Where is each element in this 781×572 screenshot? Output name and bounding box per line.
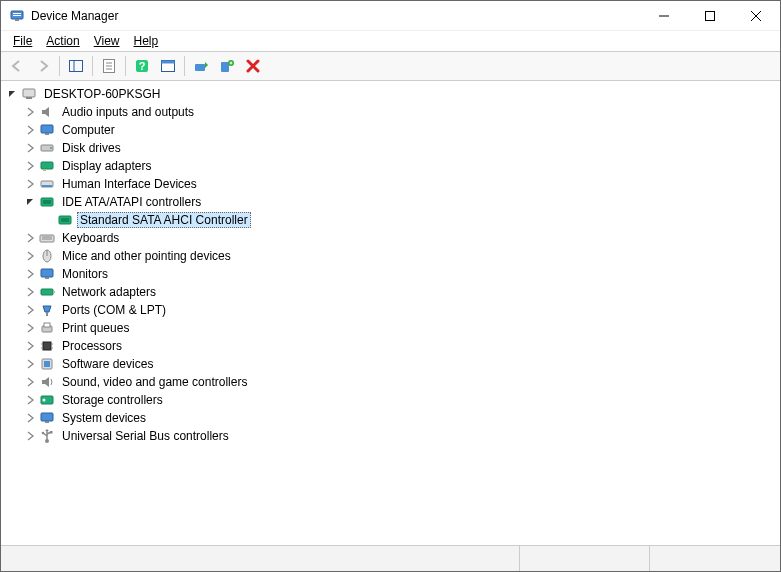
node-ide[interactable]: IDE ATA/ATAPI controllers (21, 193, 778, 211)
svg-rect-47 (43, 342, 51, 350)
expander-closed-icon[interactable] (23, 429, 37, 443)
uninstall-button[interactable] (215, 54, 239, 78)
node-storage[interactable]: Storage controllers (21, 391, 778, 409)
node-hid[interactable]: Human Interface Devices (21, 175, 778, 193)
svg-point-60 (42, 432, 45, 435)
back-button[interactable] (5, 54, 29, 78)
menubar: File Action View Help (1, 31, 780, 51)
display-adapter-icon (39, 158, 55, 174)
node-mice[interactable]: Mice and other pointing devices (21, 247, 778, 265)
maximize-button[interactable] (687, 2, 733, 30)
statusbar (1, 545, 780, 571)
node-sound[interactable]: Sound, video and game controllers (21, 373, 778, 391)
storage-controller-icon (39, 392, 55, 408)
svg-rect-56 (41, 413, 53, 421)
ports-icon (39, 302, 55, 318)
expander-closed-icon[interactable] (23, 321, 37, 335)
disable-button[interactable] (241, 54, 265, 78)
help-icon: ? (134, 58, 150, 74)
svg-rect-41 (45, 277, 49, 279)
menu-action[interactable]: Action (40, 33, 85, 49)
svg-rect-2 (13, 15, 21, 16)
app-icon (9, 8, 25, 24)
close-button[interactable] (733, 2, 779, 30)
expander-closed-icon[interactable] (23, 303, 37, 317)
expander-closed-icon[interactable] (23, 177, 37, 191)
svg-rect-23 (41, 125, 53, 133)
minimize-icon (659, 11, 669, 21)
node-display[interactable]: Display adapters (21, 157, 778, 175)
disk-icon (39, 140, 55, 156)
disable-icon (245, 58, 261, 74)
expander-closed-icon[interactable] (23, 393, 37, 407)
svg-rect-27 (41, 162, 53, 169)
node-sata-ahci[interactable]: Standard SATA AHCI Controller (39, 211, 778, 229)
expander-closed-icon[interactable] (23, 411, 37, 425)
node-processors[interactable]: Processors (21, 337, 778, 355)
expander-closed-icon[interactable] (23, 285, 37, 299)
node-monitors[interactable]: Monitors (21, 265, 778, 283)
node-print[interactable]: Print queues (21, 319, 778, 337)
expander-closed-icon[interactable] (23, 159, 37, 173)
root-node[interactable]: DESKTOP-60PKSGH (3, 85, 778, 103)
node-computer[interactable]: Computer (21, 121, 778, 139)
properties-button[interactable] (97, 54, 121, 78)
expander-open-icon[interactable] (23, 195, 37, 209)
printer-icon (39, 320, 55, 336)
forward-button[interactable] (31, 54, 55, 78)
node-keyboards[interactable]: Keyboards (21, 229, 778, 247)
device-manager-window: Device Manager File Action View Help (0, 0, 781, 572)
action-button[interactable] (156, 54, 180, 78)
toolbar-separator (92, 56, 93, 76)
toolbar: ? (1, 51, 780, 81)
node-audio[interactable]: Audio inputs and outputs (21, 103, 778, 121)
software-device-icon (39, 356, 55, 372)
show-hide-tree-button[interactable] (64, 54, 88, 78)
svg-rect-42 (41, 289, 53, 295)
expander-closed-icon[interactable] (23, 339, 37, 353)
root-label: DESKTOP-60PKSGH (41, 86, 163, 102)
expander-closed-icon[interactable] (23, 105, 37, 119)
uninstall-icon (219, 58, 235, 74)
node-system[interactable]: System devices (21, 409, 778, 427)
expander-open-icon[interactable] (5, 87, 19, 101)
tree-pane-icon (68, 58, 84, 74)
help-button[interactable]: ? (130, 54, 154, 78)
svg-rect-18 (195, 64, 205, 71)
expander-closed-icon[interactable] (23, 375, 37, 389)
window-controls (641, 2, 779, 30)
expander-closed-icon[interactable] (23, 249, 37, 263)
usb-icon (39, 428, 55, 444)
computer-icon (39, 122, 55, 138)
menu-help[interactable]: Help (128, 33, 165, 49)
svg-rect-8 (70, 61, 83, 72)
svg-rect-46 (44, 323, 50, 327)
svg-rect-19 (221, 62, 229, 72)
toolbar-separator (184, 56, 185, 76)
expander-closed-icon[interactable] (23, 123, 37, 137)
properties-icon (101, 58, 117, 74)
svg-rect-28 (43, 169, 46, 171)
menu-file[interactable]: File (7, 33, 38, 49)
node-software[interactable]: Software devices (21, 355, 778, 373)
update-driver-button[interactable] (189, 54, 213, 78)
node-usb[interactable]: Universal Serial Bus controllers (21, 427, 778, 445)
node-ports[interactable]: Ports (COM & LPT) (21, 301, 778, 319)
titlebar: Device Manager (1, 1, 780, 31)
expander-closed-icon[interactable] (23, 267, 37, 281)
menu-view[interactable]: View (88, 33, 126, 49)
node-disk[interactable]: Disk drives (21, 139, 778, 157)
node-network[interactable]: Network adapters (21, 283, 778, 301)
device-tree-pane[interactable]: DESKTOP-60PKSGH Audio inputs and outputs… (1, 81, 780, 545)
svg-rect-24 (45, 133, 49, 135)
audio-icon (39, 104, 55, 120)
expander-closed-icon[interactable] (23, 231, 37, 245)
expander-closed-icon[interactable] (23, 141, 37, 155)
minimize-button[interactable] (641, 2, 687, 30)
expander-closed-icon[interactable] (23, 357, 37, 371)
back-arrow-icon (9, 58, 25, 74)
close-icon (751, 11, 761, 21)
svg-rect-5 (706, 11, 715, 20)
system-device-icon (39, 410, 55, 426)
update-driver-icon (193, 58, 209, 74)
